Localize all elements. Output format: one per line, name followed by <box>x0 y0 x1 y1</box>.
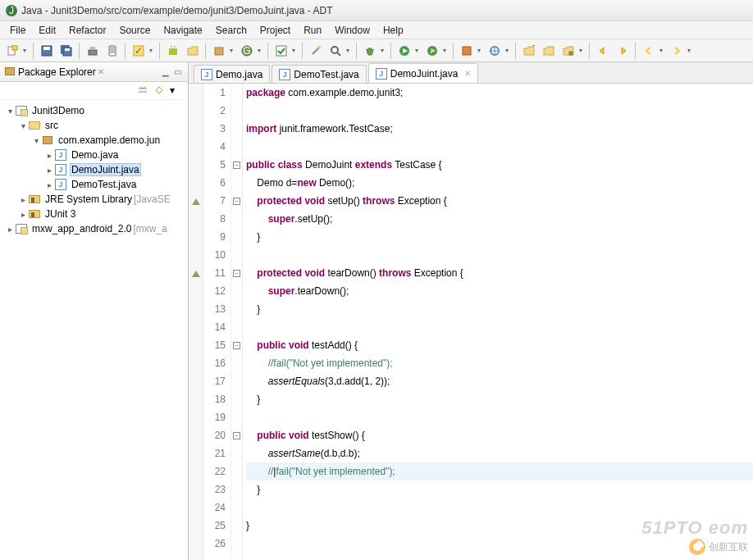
dropdown-arrow-icon[interactable]: ▾ <box>230 47 236 54</box>
close-tab-icon[interactable]: ✕ <box>464 69 471 78</box>
type-button[interactable]: G <box>238 42 256 60</box>
tree-item[interactable]: ▸JDemoTest.java <box>2 177 186 192</box>
menu-navigate[interactable]: Navigate <box>157 23 208 38</box>
tree-item[interactable]: ▸JDemoJuint.java <box>2 162 186 177</box>
next-edit-button[interactable] <box>614 42 632 60</box>
code-line[interactable]: } <box>246 228 753 246</box>
open-type-button[interactable] <box>559 42 577 60</box>
menu-run[interactable]: Run <box>297 23 328 38</box>
expand-icon[interactable]: ▸ <box>44 180 54 189</box>
dropdown-arrow-icon[interactable]: ▾ <box>381 47 387 54</box>
code-line[interactable]: super.tearDown(); <box>246 282 753 300</box>
project-tree[interactable]: ▾Junit3Demo▾src▾com.example.demo.jun▸JDe… <box>0 100 188 239</box>
code-line[interactable] <box>246 318 753 336</box>
code-line[interactable] <box>246 138 753 156</box>
code-line[interactable]: assertSame(d.b,d.b); <box>246 444 753 462</box>
code-line[interactable]: } <box>246 517 753 535</box>
code-line[interactable]: public void testAdd() { <box>246 336 753 354</box>
dropdown-arrow-icon[interactable]: ▾ <box>443 47 450 54</box>
expand-icon[interactable]: ▾ <box>31 136 41 145</box>
link-editor-icon[interactable] <box>153 84 167 98</box>
collapse-all-icon[interactable] <box>137 84 150 98</box>
code-line[interactable]: import junit.framework.TestCase; <box>246 120 753 138</box>
open-button[interactable] <box>184 42 202 60</box>
menu-source[interactable]: Source <box>112 23 157 38</box>
override-marker-icon[interactable] <box>192 197 200 205</box>
code-line[interactable]: } <box>246 480 753 499</box>
search-button[interactable] <box>326 42 345 60</box>
lint-button[interactable]: ✓ <box>130 42 148 60</box>
code-line[interactable] <box>246 408 753 426</box>
code-editor[interactable]: 1234567891011121314151617181920212223242… <box>189 84 753 560</box>
maximize-view-icon[interactable]: ▭ <box>171 66 183 78</box>
code-line[interactable]: super.setUp(); <box>246 210 753 228</box>
fold-toggle-icon[interactable]: − <box>233 270 240 277</box>
dropdown-arrow-icon[interactable]: ▾ <box>505 47 512 54</box>
expand-icon[interactable]: ▸ <box>18 195 28 204</box>
view-menu-icon[interactable]: ▾ <box>170 84 183 98</box>
tree-item[interactable]: ▾com.example.demo.jun <box>2 133 186 148</box>
code-line[interactable] <box>246 246 753 264</box>
code-line[interactable] <box>246 102 753 120</box>
code-line[interactable]: public void testShow() { <box>246 426 753 444</box>
menu-file[interactable]: File <box>3 23 32 38</box>
menu-refactor[interactable]: Refactor <box>62 23 112 38</box>
menu-project[interactable]: Project <box>253 23 297 38</box>
new-project-button[interactable]: + <box>520 42 538 60</box>
dropdown-arrow-icon[interactable]: ▾ <box>292 47 299 54</box>
dropdown-arrow-icon[interactable]: ▾ <box>415 47 422 54</box>
expand-icon[interactable]: ▾ <box>5 107 15 116</box>
tree-item[interactable]: ▸JDemo.java <box>2 148 186 162</box>
dropdown-arrow-icon[interactable]: ▾ <box>346 47 353 54</box>
wand-button[interactable] <box>307 42 325 60</box>
code-line[interactable]: package com.example.demo.junit3; <box>246 84 753 102</box>
fold-toggle-icon[interactable]: − <box>233 162 240 169</box>
code-line[interactable]: //|fail("Not yet implemented"); <box>246 462 753 480</box>
minimize-view-icon[interactable]: ▁ <box>160 66 171 78</box>
fold-toggle-icon[interactable]: − <box>233 432 240 439</box>
code-line[interactable]: //fail("Not yet implemented"); <box>246 354 753 372</box>
expand-icon[interactable]: ▸ <box>5 225 15 234</box>
menu-edit[interactable]: Edit <box>32 23 62 38</box>
tree-item[interactable]: ▸JUnit 3 <box>2 207 186 221</box>
forward-button[interactable] <box>668 42 686 60</box>
dropdown-arrow-icon[interactable]: ▾ <box>687 47 694 54</box>
code-line[interactable]: public class DemoJuint extends TestCase … <box>246 156 753 174</box>
run-button[interactable] <box>395 42 413 60</box>
external-tools-button[interactable] <box>458 42 476 60</box>
close-view-icon[interactable]: ✕ <box>98 67 104 76</box>
dropdown-arrow-icon[interactable]: ▾ <box>477 47 484 54</box>
open-project-button[interactable] <box>540 42 558 60</box>
debug-button[interactable] <box>361 42 379 60</box>
fold-toggle-icon[interactable]: − <box>233 198 240 205</box>
editor-tab[interactable]: JDemoJuint.java✕ <box>368 63 479 83</box>
expand-icon[interactable]: ▾ <box>18 121 28 130</box>
code-line[interactable]: Demo d=new Demo(); <box>246 174 753 192</box>
save-button[interactable] <box>38 42 56 60</box>
code-line[interactable]: protected void tearDown() throws Excepti… <box>246 264 753 282</box>
tree-item[interactable]: ▾src <box>2 118 186 133</box>
avd-manager-button[interactable] <box>103 42 121 60</box>
checkbox-button[interactable] <box>272 42 290 60</box>
code-line[interactable]: assertEquals(3,d.add(1, 2)); <box>246 372 753 390</box>
code-line[interactable]: } <box>246 300 753 318</box>
override-marker-icon[interactable] <box>192 269 200 277</box>
fold-toggle-icon[interactable]: − <box>233 342 240 349</box>
editor-tab[interactable]: JDemoTest.java <box>272 65 366 83</box>
expand-icon[interactable]: ▸ <box>18 210 28 219</box>
editor-tab[interactable]: JDemo.java <box>194 65 270 83</box>
new-android-button[interactable] <box>164 42 182 60</box>
expand-icon[interactable]: ▸ <box>44 166 54 175</box>
fold-bar[interactable]: −−−−− <box>231 84 243 560</box>
code-line[interactable]: protected void setUp() throws Exception … <box>246 192 753 210</box>
expand-icon[interactable]: ▸ <box>44 151 54 160</box>
save-all-button[interactable] <box>57 42 75 60</box>
code-content[interactable]: package com.example.demo.junit3; import … <box>243 84 753 560</box>
package-button[interactable] <box>210 42 228 60</box>
dropdown-arrow-icon[interactable]: ▾ <box>23 47 30 54</box>
back-button[interactable] <box>640 42 658 60</box>
prev-edit-button[interactable] <box>594 42 612 60</box>
dropdown-arrow-icon[interactable]: ▾ <box>659 47 666 54</box>
tree-item[interactable]: ▸mxw_app_android_2.0 [mxw_a <box>2 221 186 236</box>
tree-item[interactable]: ▾Junit3Demo <box>2 103 186 118</box>
